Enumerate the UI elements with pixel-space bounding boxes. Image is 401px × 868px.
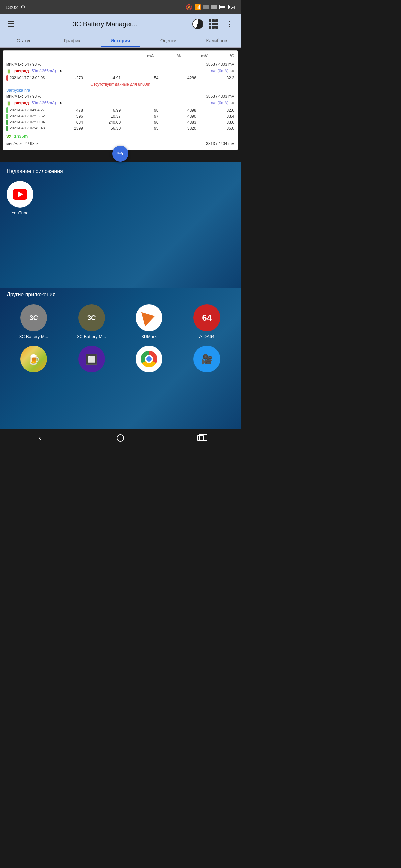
pct2-2b: 97 [145, 114, 159, 119]
3cbattery2-icon: 3C [78, 305, 105, 331]
pct2-2a: 98 [145, 108, 159, 113]
bar-green-2c [6, 120, 8, 125]
temp-1: 32.3 [221, 76, 234, 81]
battery-percent: 54 [231, 5, 235, 10]
minmax-right-3: 3813 / 4404 mV [206, 141, 234, 146]
recent-apps-title: Недавние приложения [7, 168, 234, 174]
3dmark-icon [136, 305, 163, 331]
discharge-value-1: 53m(-266mA) [32, 69, 56, 73]
app-item-youtube[interactable]: YouTube [7, 181, 33, 215]
menu-button[interactable]: ☰ [5, 19, 18, 29]
discharge-row-2: 🔋 разряд 53m(-266mA) ☀ n/a (0mA) ● [6, 100, 234, 106]
temp-2c: 33.6 [221, 120, 234, 125]
data-cells-2c: 2021/04/17 03:50:04 634 240.00 96 4383 3… [10, 120, 234, 125]
cpu-icon: 🔲 [78, 345, 105, 372]
other-apps-title: Другие приложения [7, 292, 234, 298]
3cbattery1-icon: 3C [20, 305, 47, 331]
no-signal-icon [203, 5, 209, 9]
minmax-row-2: мин/макс 54 / 98 % 3863 / 4303 mV [6, 94, 234, 99]
ma-2b: 596 [69, 114, 83, 119]
app-item-3dmark[interactable]: 3DMark [122, 305, 176, 339]
tab-graph[interactable]: График [48, 34, 96, 48]
pct-2b: 10.37 [107, 114, 121, 119]
bar-red-1 [6, 75, 8, 81]
data-cells-2a: 2021/04/17 04:04:27 478 6.99 98 4398 32.… [10, 108, 234, 113]
discharge-value-2: 53m(-266mA) [32, 101, 56, 105]
data-row-2b: 2021/04/17 03:55:52 596 10.37 97 4390 33… [6, 114, 234, 119]
other-apps-section: Другие приложения 3C 3C Battery M... 3C … [0, 288, 240, 429]
aida64-icon: 64 [194, 305, 220, 331]
pie-chart-icon[interactable] [193, 19, 203, 29]
charge-link[interactable]: Загрузка n/a [6, 88, 234, 93]
app-item-beer[interactable]: 🍺 [7, 345, 61, 375]
home-button[interactable] [114, 431, 127, 445]
pct2-1: 54 [145, 76, 159, 81]
tab-calibrate[interactable]: Калибров [193, 34, 240, 48]
beer-emoji: 🍺 [28, 353, 40, 365]
apps-grid: 3C 3C Battery M... 3C 3C Battery M... 3D… [7, 305, 234, 375]
dot-2: ● [231, 100, 234, 106]
3dmark-arrow [141, 309, 157, 327]
home-icon [117, 434, 124, 442]
sun-emoji-1: ☀ [59, 68, 63, 74]
back-button[interactable]: ‹ [33, 431, 47, 445]
header-ma: mA [141, 54, 154, 58]
pct-1: -4.91 [107, 76, 121, 81]
chrome-icon [136, 345, 163, 372]
bar-green-2a [6, 107, 8, 113]
app-item-camera[interactable]: 🎥 [180, 345, 234, 375]
mv-2a: 4398 [183, 108, 197, 113]
beer-icon: 🍺 [20, 345, 47, 372]
mv-2c: 4383 [183, 120, 197, 125]
overlay-exit: ↪ [0, 146, 240, 162]
tab-ratings[interactable]: Оценки [144, 34, 193, 48]
wifi-icon: 📶 [195, 4, 201, 10]
discharge-right-1: n/a (0mA) [211, 69, 229, 73]
date-2c: 2021/04/17 03:50:04 [10, 120, 45, 125]
data-row-2a: 2021/04/17 04:04:27 478 6.99 98 4398 32.… [6, 107, 234, 113]
data-cells-1: 2021/04/17 13:02:03 -270 -4.91 54 4286 3… [10, 76, 234, 81]
temp-2a: 32.6 [221, 108, 234, 113]
pct2-2c: 96 [145, 120, 159, 125]
status-right: 🔕 📶 54 [186, 4, 235, 10]
header-pct: % [167, 54, 181, 58]
date-1: 2021/04/17 13:02:03 [10, 76, 45, 81]
app-item-3cbattery1[interactable]: 3C 3C Battery M... [7, 305, 61, 339]
more-button[interactable]: ⋮ [223, 19, 235, 29]
aida64-label: AIDA64 [199, 334, 214, 339]
settings-icon: ⚙ [21, 4, 25, 10]
camera-icon: 🎥 [194, 345, 220, 372]
bar-green-2b [6, 114, 8, 119]
app-item-cpu[interactable]: 🔲 [64, 345, 119, 375]
mv-2d: 3820 [183, 126, 197, 130]
minmax-left-3: мин/макс 2 / 98 % [6, 141, 39, 146]
youtube-play-button [13, 189, 27, 199]
tab-history[interactable]: История [96, 34, 144, 48]
status-time: 13:02 [5, 4, 18, 10]
minmax-right-1: 3863 / 4303 mV [206, 62, 234, 67]
3dmark-label: 3DMark [141, 334, 157, 339]
exit-icon: ↪ [117, 149, 124, 158]
signal-icon [211, 5, 217, 9]
tab-status[interactable]: Статус [0, 34, 48, 48]
status-left: 13:02 ⚙ [5, 4, 25, 10]
panel-header: mA % mV °C [6, 54, 234, 60]
battery-indicator [219, 5, 229, 9]
minmax-row-3: мин/макс 2 / 98 % 3813 / 4404 mV [6, 141, 234, 146]
date-2a: 2021/04/17 04:04:27 [10, 108, 45, 113]
chrome-center [145, 355, 153, 363]
pct-2d: 56.30 [107, 126, 121, 130]
app-item-chrome[interactable] [122, 345, 176, 375]
3cbattery1-label: 3C Battery M... [19, 334, 49, 339]
app-item-aida64[interactable]: 64 AIDA64 [180, 305, 234, 339]
recents-button[interactable] [194, 431, 207, 445]
grid-icon[interactable] [208, 19, 218, 29]
bar-green-2d [6, 126, 8, 131]
zu-label: ЗУ [6, 134, 11, 138]
charge-time: 1h36m [14, 133, 28, 138]
youtube-icon [7, 181, 33, 208]
charge-time-row: ЗУ 1h36m [6, 132, 234, 140]
battery-panel: mA % mV °C мин/макс 54 / 98 % 3863 / 430… [3, 51, 238, 150]
app-item-3cbattery2[interactable]: 3C 3C Battery M... [64, 305, 119, 339]
exit-button[interactable]: ↪ [112, 146, 128, 162]
